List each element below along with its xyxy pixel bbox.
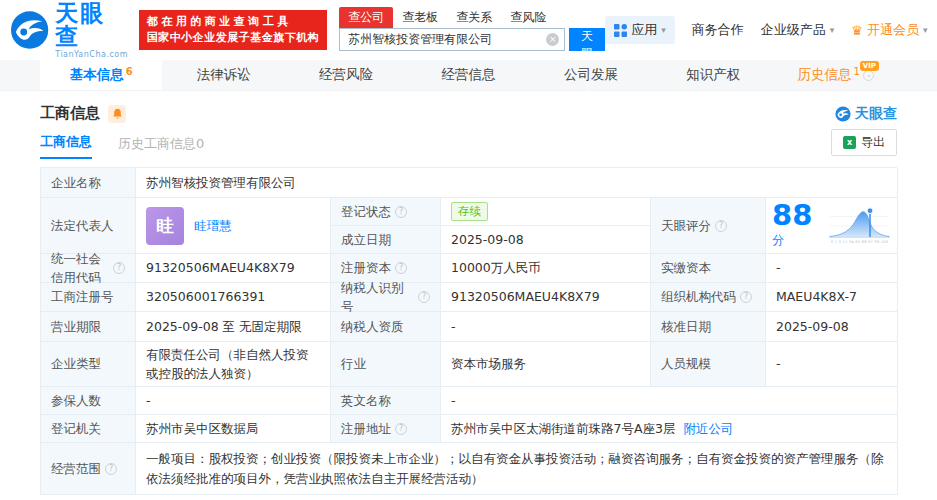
search-tab-boss[interactable]: 查老板 [393,7,447,28]
reg-authority-value: 苏州市吴中区数据局 [136,415,331,443]
insured-count-label: 参保人数 [41,387,136,415]
open-vip-menu[interactable]: ♛ 开通会员 ▾ [851,21,927,39]
reg-authority-label: 登记机关 [41,415,136,443]
watermark-logo-icon [835,106,851,122]
search-tab-company[interactable]: 查公司 [339,7,393,28]
reg-status-label: 登记状态? [331,198,441,226]
score-marker-pin [867,207,873,213]
search-input[interactable] [339,28,565,51]
legal-rep-name-link[interactable]: 眭瑨慧 [194,216,232,235]
help-icon[interactable]: ? [395,423,407,435]
apps-label: 应用 [631,21,657,39]
chevron-down-icon: ▾ [923,25,928,35]
section-title: 工商信息 [40,104,100,123]
business-term-label: 营业期限 [41,312,136,342]
help-icon[interactable]: ? [105,463,117,475]
tab-basic-info-count: 6 [126,66,133,77]
reg-number-value: 320506001766391 [136,283,331,312]
promo-banner: 都在用的商业查询工具 国家中小企业发展子基金旗下机构 [139,10,328,50]
export-label: 导出 [861,134,885,151]
status-badge: 存续 [451,202,488,221]
score-unit: 分 [772,233,784,247]
help-icon[interactable]: ? [740,291,752,303]
company-name-value: 苏州智核投资管理有限公司 [136,168,898,198]
subtab-history-business-info[interactable]: 历史工商信息0 [118,135,204,159]
tianyancha-logo-icon [10,10,49,50]
help-icon[interactable]: ? [418,291,430,303]
industry-label: 行业 [331,342,441,387]
tab-basic-info[interactable]: 基本信息 6 [40,60,162,90]
help-icon[interactable]: ? [113,262,125,274]
uscc-label: 统一社会信用代码? [41,254,136,283]
search-tab-risk[interactable]: 查风险 [501,7,555,28]
export-button[interactable]: x 导出 [831,129,897,156]
tab-history-info-label: 历史信息 [798,66,852,84]
tianyan-score-label: 天眼评分? [651,198,766,254]
tab-intellectual-property[interactable]: 知识产权 [652,60,774,90]
business-cooperation-link[interactable]: 商务合作 [692,21,744,39]
open-vip-label: 开通会员 [867,21,919,39]
help-icon[interactable]: ? [395,262,407,274]
search-area: 查公司 查老板 查关系 查风险 × 天眼一下 [339,9,605,51]
reg-capital-value: 10000万人民币 [441,254,651,283]
tab-company-development[interactable]: 公司发展 [530,60,652,90]
top-header: 天眼查 TianYanCha.com 都在用的商业查询工具 国家中小企业发展子基… [0,0,937,60]
org-code-value: MAEU4K8X-7 [766,283,898,312]
score-distribution-chart: 0 1 3 11 34 65 88 97 99 100 [828,204,891,248]
search-tabs: 查公司 查老板 查关系 查风险 [339,9,605,28]
taxpayer-id-value: 91320506MAEU4K8X79 [441,283,651,312]
company-name-label: 企业名称 [41,168,136,198]
org-code-label: 组织机构代码? [651,283,766,312]
promo-line1: 都在用的商业查询工具 [147,14,320,30]
watermark-text: 天眼查 [855,105,897,123]
company-type-value: 有限责任公司（非自然人投资或控股的法人独资） [136,342,331,387]
industry-value: 资本市场服务 [441,342,651,387]
legal-rep-avatar[interactable]: 眭 [146,207,184,245]
tab-basic-info-label: 基本信息 [70,66,124,84]
enterprise-products-menu[interactable]: 企业级产品 ▾ [761,21,835,39]
promo-line2: 国家中小企业发展子基金旗下机构 [147,30,320,46]
approval-date-label: 核准日期 [651,312,766,342]
search-button[interactable]: 天眼一下 [569,28,605,51]
tab-operational-risk[interactable]: 经营风险 [285,60,407,90]
subscribe-bell-icon[interactable] [108,105,126,123]
taxpayer-quality-value: - [441,312,651,342]
history-info-icon [863,70,874,81]
uscc-value: 91320506MAEU4K8X79 [136,254,331,283]
business-scope-label: 经营范围? [41,443,136,495]
section-header: 工商信息 天眼查 [0,104,937,123]
tianyan-score-cell[interactable]: 88分 0 1 3 11 34 65 88 97 99 100 [766,198,898,254]
brand-name: 天眼查 [55,2,129,48]
subtab-business-info[interactable]: 工商信息 [40,133,92,159]
legal-rep-cell: 眭 眭瑨慧 [136,198,331,254]
establish-date-value: 2025-09-08 [441,226,651,254]
subtab-row: 工商信息 历史工商信息0 x 导出 [0,132,937,159]
insured-count-value: - [136,387,331,415]
establish-date-label: 成立日期 [331,226,441,254]
help-icon[interactable]: ? [395,206,407,218]
apps-menu[interactable]: 应用 ▾ [605,16,675,44]
tab-business-info[interactable]: 经营信息 [407,60,529,90]
header-menu: 应用 ▾ 商务合作 企业级产品 ▾ ♛ 开通会员 ▾ 费米 ▾ [605,16,937,44]
taxpayer-id-label: 纳税人识别号? [331,283,441,312]
reg-number-label: 工商注册号 [41,283,136,312]
paid-capital-value: - [766,254,898,283]
reg-status-value: 存续 [441,198,651,226]
company-type-label: 企业类型 [41,342,136,387]
chevron-down-icon: ▾ [661,25,666,35]
excel-icon: x [843,136,856,149]
brand-domain: TianYanCha.com [55,50,129,59]
staff-size-value: - [766,342,898,387]
score-axis-ticks: 0 1 3 11 34 65 88 97 99 100 [831,240,889,244]
crown-icon: ♛ [851,23,863,38]
apps-grid-icon [614,24,627,37]
tab-history-info[interactable]: 历史信息 1 VIP [775,60,897,90]
english-name-value: - [441,387,898,415]
business-scope-value: 一般项目：股权投资；创业投资（限投资未上市企业）；以自有资金从事投资活动；融资咨… [136,443,898,495]
tianyancha-logo[interactable]: 天眼查 TianYanCha.com [10,2,129,59]
chevron-down-icon: ▾ [830,25,835,35]
search-tab-relation[interactable]: 查关系 [447,7,501,28]
nearby-companies-link[interactable]: 附近公司 [683,419,733,438]
help-icon[interactable]: ? [715,220,727,232]
tab-legal-proceedings[interactable]: 法律诉讼 [162,60,284,90]
